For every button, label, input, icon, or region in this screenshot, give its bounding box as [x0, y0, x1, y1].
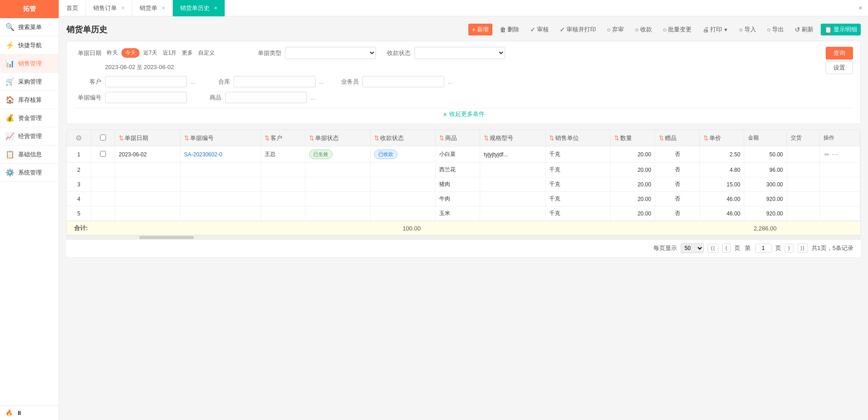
salesman-input[interactable] — [362, 76, 444, 87]
last-page-button[interactable]: ⟩⟩ — [797, 244, 808, 253]
shortcut-today[interactable]: 今天 — [121, 48, 140, 58]
cell-checkbox[interactable] — [91, 177, 115, 192]
th-checkbox[interactable] — [91, 130, 115, 146]
th-price[interactable]: ⇅单价 — [700, 130, 744, 146]
cell-doc-no[interactable]: SA-20230602-0 — [180, 146, 261, 163]
shortcut-yesterday[interactable]: 昨天 — [105, 48, 120, 58]
more-icon[interactable]: ⋯ — [832, 151, 838, 158]
sidebar-item-purchase-mgmt[interactable]: 🛒 采购管理 — [0, 73, 59, 91]
page-input[interactable] — [755, 244, 772, 253]
sidebar-item-sys-mgmt[interactable]: ⚙️ 系统管理 — [0, 164, 59, 182]
goods-input[interactable] — [225, 92, 307, 103]
th-doc-no[interactable]: ⇅单据编号 — [180, 130, 261, 146]
cell-checkbox[interactable] — [91, 146, 115, 163]
th-qty[interactable]: ⇅数量 — [611, 130, 655, 146]
tab-home[interactable]: 首页 — [59, 0, 86, 16]
cell-doc-no[interactable] — [180, 163, 261, 177]
th-goods[interactable]: ⇅商品 — [436, 130, 480, 146]
th-customer[interactable]: ⇅客户 — [261, 130, 305, 146]
th-gift[interactable]: ⇅赠品 — [655, 130, 700, 146]
cell-qty: 20.00 — [611, 163, 655, 177]
tab-sales-history[interactable]: 销货单历史 × — [173, 0, 225, 16]
query-button[interactable]: 查询 — [826, 47, 853, 60]
th-payment-status[interactable]: ⇅收款状态 — [370, 130, 435, 146]
warehouse-input[interactable] — [234, 76, 316, 87]
prev-page-button[interactable]: ⟨ — [722, 244, 731, 253]
page-size-label: 每页显示 — [653, 244, 677, 252]
cell-doc-date — [115, 192, 180, 206]
delete-button[interactable]: 🗑 删除 — [496, 24, 523, 35]
sidebar-item-finance[interactable]: 💰 资金管理 — [0, 109, 59, 127]
import-button[interactable]: ○ 导入 — [735, 24, 759, 35]
add-label: 新增 — [477, 25, 489, 34]
sidebar-item-sales-mgmt[interactable]: 📊 销售管理 — [0, 55, 59, 73]
filter-goods-label: 商品 — [194, 94, 221, 102]
finance-icon: 💰 — [5, 114, 15, 122]
shortcut-custom[interactable]: 自定义 — [196, 48, 216, 58]
date-range-display: 2023-06-02 至 2023-06-02 — [105, 64, 174, 71]
first-page-button[interactable]: ⟨⟨ — [707, 244, 718, 253]
cell-doc-no[interactable] — [180, 206, 261, 221]
th-spec-type[interactable]: ⇅规格型号 — [480, 130, 545, 146]
customer-dots[interactable]: ... — [191, 78, 196, 85]
filter-doc-type: 单据类型 — [254, 47, 376, 59]
audit-button[interactable]: ✓ 审核 — [527, 24, 552, 35]
tab-sales-history-close[interactable]: × — [214, 5, 217, 11]
shortcut-1month[interactable]: 近1月 — [161, 48, 179, 58]
sidebar-item-inventory[interactable]: 🏠 库存核算 — [0, 91, 59, 109]
th-doc-status[interactable]: ⇅单据状态 — [305, 130, 370, 146]
sidebar-item-quick-nav[interactable]: ⚡ 快捷导航 — [0, 36, 59, 55]
abandon-button[interactable]: ○ 弃审 — [603, 24, 627, 35]
sidebar-fire-icon[interactable]: 🔥 — [5, 410, 13, 416]
sidebar-pause-icon[interactable]: ⏸ — [16, 410, 22, 416]
th-settings[interactable]: ⚙ — [67, 130, 91, 146]
tab-sales-order[interactable]: 销售订单 × — [86, 0, 132, 16]
horizontal-scrollbar[interactable] — [66, 235, 861, 239]
th-doc-date[interactable]: ⇅单据日期 — [115, 130, 180, 146]
doc-type-select[interactable] — [285, 47, 376, 59]
filter-date: 单据日期 昨天 今天 近7天 近1月 更多 自定义 — [74, 48, 247, 58]
next-page-button[interactable]: ⟩ — [785, 244, 793, 253]
goods-dots[interactable]: ... — [311, 94, 316, 101]
select-all-checkbox[interactable] — [100, 135, 106, 140]
cell-checkbox[interactable] — [91, 206, 115, 221]
footer-total-qty: 100.00 — [384, 225, 439, 232]
shortcut-7days[interactable]: 近7天 — [141, 48, 159, 58]
show-details-icon: 📋 — [824, 26, 832, 33]
sidebar-item-search-menu[interactable]: 🔍 搜索菜单 — [0, 18, 59, 36]
collapse-btn[interactable]: ∧ 收起更多条件 — [74, 108, 853, 118]
cell-checkbox[interactable] — [91, 163, 115, 177]
doc-no-input[interactable] — [105, 92, 187, 103]
sidebar-item-basic-info[interactable]: 📋 基础信息 — [0, 145, 59, 164]
tab-sales-goods-close[interactable]: × — [162, 5, 165, 11]
th-sales-unit[interactable]: ⇅销售单位 — [545, 130, 610, 146]
show-details-button[interactable]: 📋 显示明细 — [821, 24, 861, 35]
batch-change-button[interactable]: ○ 批量变更 — [659, 24, 695, 35]
cell-price: 4.80 — [700, 163, 744, 177]
close-all-tabs[interactable]: × — [853, 4, 868, 12]
warehouse-dots[interactable]: ... — [319, 78, 324, 85]
cell-checkbox[interactable] — [91, 192, 115, 206]
cell-customer — [261, 206, 305, 221]
refresh-button[interactable]: ↺ 刷新 — [791, 24, 817, 35]
cell-doc-no[interactable] — [180, 192, 261, 206]
add-button[interactable]: + 新增 — [468, 24, 492, 35]
collect-button[interactable]: ○ 收款 — [631, 24, 655, 35]
cell-row-no: 2 — [67, 163, 91, 177]
tab-sales-order-close[interactable]: × — [121, 5, 125, 11]
filter-customer-label: 客户 — [74, 78, 101, 86]
print-button[interactable]: 🖨 打印 ▼ — [699, 24, 732, 35]
cell-doc-no[interactable] — [180, 177, 261, 192]
customer-input[interactable] — [105, 76, 187, 87]
export-button[interactable]: ○ 导出 — [763, 24, 788, 35]
salesman-dots[interactable]: ... — [448, 78, 453, 85]
audit-print-button[interactable]: ✓ 审核并打印 — [556, 24, 600, 35]
shortcut-more[interactable]: 更多 — [180, 48, 195, 58]
tab-sales-goods[interactable]: 销货单 × — [132, 0, 173, 16]
sidebar-item-ops-mgmt[interactable]: 📈 经营管理 — [0, 127, 59, 145]
page-size-select[interactable]: 50 100 200 — [681, 243, 704, 253]
settings-icon[interactable]: ⚙ — [75, 134, 82, 142]
payment-status-select[interactable] — [414, 47, 505, 59]
set-button[interactable]: 设置 — [826, 61, 853, 74]
edit-icon[interactable]: ✏ — [824, 151, 830, 158]
